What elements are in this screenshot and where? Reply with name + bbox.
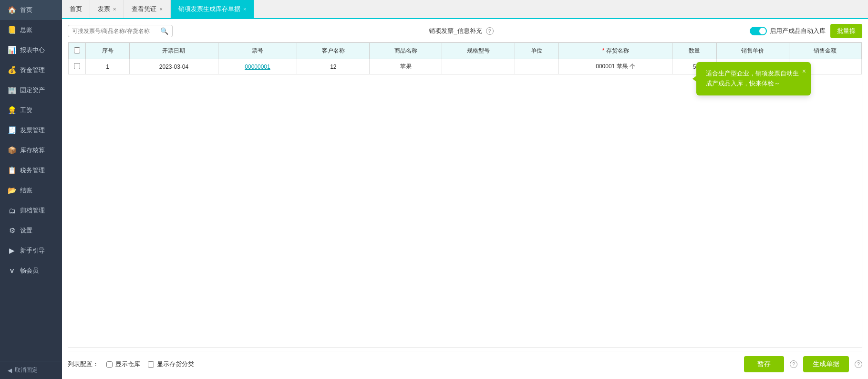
row-spec (442, 59, 515, 74)
col-product: 商品名称 (370, 43, 442, 59)
col-number: 票号 (218, 43, 297, 59)
sidebar-label-tax: 税务管理 (20, 166, 45, 175)
sidebar-item-funds[interactable]: 💰 资金管理 (0, 60, 62, 80)
show-category-text: 显示存货分类 (157, 360, 194, 368)
col-seq: 序号 (86, 43, 130, 59)
unpin-button[interactable]: ◀ 取消固定 (0, 361, 62, 379)
show-category-checkbox[interactable] (148, 361, 154, 368)
col-inventory: 存货名称 (558, 43, 672, 59)
tab-generate-close[interactable]: × (243, 6, 246, 12)
sidebar-item-assets[interactable]: 🏢 固定资产 (0, 80, 62, 100)
sidebar-item-reports[interactable]: 📊 报表中心 (0, 40, 62, 60)
sidebar-item-home[interactable]: 🏠 首页 (0, 0, 62, 20)
row-seq: 1 (86, 59, 130, 74)
sidebar-label-vip: 畅会员 (20, 266, 39, 275)
col-checkbox (69, 43, 86, 59)
sidebar-item-invoice-mgmt[interactable]: 🧾 发票管理 (0, 120, 62, 140)
show-warehouse-checkbox[interactable] (106, 361, 113, 368)
sidebar-label-ledger: 总账 (20, 26, 32, 34)
save-help-icon[interactable]: ? (790, 360, 797, 368)
bottom-center: 暂存 ? 生成单据 ? (744, 356, 862, 372)
ledger-icon: 📒 (8, 26, 16, 34)
sidebar-label-guide: 新手引导 (20, 246, 45, 255)
tab-home[interactable]: 首页 (62, 0, 90, 18)
content-area: 🔍 销项发票_信息补充 ? 启用产成品自动入库 批量操 (62, 19, 868, 379)
tooltip-close-btn[interactable]: × (802, 66, 806, 76)
toolbar-left: 🔍 (68, 25, 173, 37)
row-date: 2023-03-04 (130, 59, 218, 74)
sidebar-label-invoice-mgmt: 发票管理 (20, 126, 45, 135)
col-unit-price: 销售单价 (716, 43, 789, 59)
tab-invoice-label: 发票 (98, 5, 110, 13)
tab-bar: 首页 发票 × 查看凭证 × 销项发票生成库存单据 × (62, 0, 868, 19)
sidebar-item-settlement[interactable]: 📂 结账 (0, 180, 62, 200)
show-category-label[interactable]: 显示存货分类 (148, 360, 194, 368)
col-amount: 销售金额 (789, 43, 861, 59)
tab-generate-label: 销项发票生成库存单据 (178, 5, 240, 13)
sidebar-item-vip[interactable]: V 畅会员 (0, 261, 62, 281)
generate-help-icon[interactable]: ? (855, 360, 862, 368)
search-input[interactable] (72, 28, 157, 34)
auto-warehouse-toggle[interactable] (750, 27, 767, 35)
sidebar-label-settlement: 结账 (20, 186, 32, 195)
sidebar-item-guide[interactable]: ▶ 新手引导 (0, 241, 62, 261)
settlement-icon: 📂 (8, 186, 16, 195)
row-inventory: 000001 苹果 个 (558, 59, 672, 74)
generate-button[interactable]: 生成单据 (803, 356, 849, 372)
sidebar-item-settings[interactable]: ⚙ 设置 (0, 221, 62, 241)
search-icon[interactable]: 🔍 (160, 27, 168, 35)
sidebar: 🏠 首页 📒 总账 📊 报表中心 💰 资金管理 🏢 固定资产 👷 工资 🧾 发票… (0, 0, 62, 379)
show-warehouse-label[interactable]: 显示仓库 (106, 360, 140, 368)
tab-invoice[interactable]: 发票 × (90, 0, 124, 18)
tooltip-box: × 适合生产型企业，销项发票自动生成产成品入库，快来体验～ (696, 62, 811, 95)
inventory-icon: 📦 (8, 146, 16, 155)
col-customer: 客户名称 (297, 43, 370, 59)
unpin-label: 取消固定 (15, 366, 38, 374)
bottom-bar: 列表配置： 显示仓库 显示存货分类 暂存 ? 生成单据 ? (68, 351, 862, 374)
archive-icon: 🗂 (8, 207, 16, 215)
tab-voucher-close[interactable]: × (159, 6, 162, 12)
toggle-container: 启用产成品自动入库 (750, 27, 826, 35)
row-number-link[interactable]: 00000001 (245, 63, 270, 70)
home-icon: 🏠 (8, 6, 16, 14)
sidebar-label-reports: 报表中心 (20, 46, 45, 54)
list-config-label: 列表配置： (68, 360, 99, 368)
tab-generate[interactable]: 销项发票生成库存单据 × (171, 0, 254, 18)
row-number: 00000001 (218, 59, 297, 74)
tab-invoice-close[interactable]: × (113, 6, 116, 12)
sidebar-item-archive[interactable]: 🗂 归档管理 (0, 200, 62, 221)
batch-btn[interactable]: 批量操 (830, 24, 862, 38)
toolbar-right: 启用产成品自动入库 批量操 (750, 24, 862, 38)
bottom-left: 列表配置： 显示仓库 显示存货分类 (68, 360, 194, 368)
tax-icon: 📋 (8, 166, 16, 175)
col-count: 数量 (672, 43, 716, 59)
col-unit: 单位 (515, 43, 558, 59)
toolbar: 🔍 销项发票_信息补充 ? 启用产成品自动入库 批量操 (68, 24, 862, 38)
funds-icon: 💰 (8, 66, 16, 74)
toggle-label-text: 启用产成品自动入库 (770, 27, 826, 35)
sidebar-item-tax[interactable]: 📋 税务管理 (0, 160, 62, 180)
sidebar-item-ledger[interactable]: 📒 总账 (0, 20, 62, 40)
guide-icon: ▶ (8, 246, 16, 255)
show-warehouse-text: 显示仓库 (115, 360, 140, 368)
tab-home-label: 首页 (70, 5, 82, 13)
select-all-checkbox[interactable] (74, 47, 80, 53)
search-box[interactable]: 🔍 (68, 25, 173, 37)
sidebar-label-labor: 工资 (20, 106, 32, 115)
assets-icon: 🏢 (8, 86, 16, 95)
vip-icon: V (8, 267, 16, 274)
save-button[interactable]: 暂存 (744, 356, 784, 372)
sidebar-label-assets: 固定资产 (20, 86, 45, 95)
info-help-icon[interactable]: ? (486, 27, 494, 35)
sidebar-item-inventory[interactable]: 📦 库存核算 (0, 140, 62, 160)
tab-voucher[interactable]: 查看凭证 × (124, 0, 170, 18)
labor-icon: 👷 (8, 106, 16, 115)
sidebar-label-home: 首页 (20, 6, 32, 14)
row-checkbox-0[interactable] (74, 63, 80, 69)
reports-icon: 📊 (8, 46, 16, 54)
tooltip-text: 适合生产型企业，销项发票自动生成产成品入库，快来体验～ (706, 70, 799, 87)
row-checkbox-cell (69, 59, 86, 74)
row-product: 苹果 (370, 59, 442, 74)
sidebar-item-labor[interactable]: 👷 工资 (0, 100, 62, 120)
tab-voucher-label: 查看凭证 (132, 5, 156, 13)
